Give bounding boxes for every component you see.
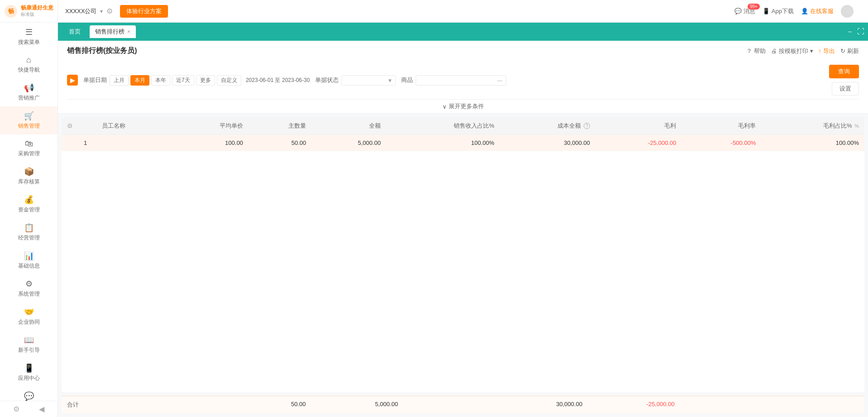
date-btn-last7[interactable]: 近7天 [172, 75, 194, 86]
status-filter-group: 单据状态 ▾ [315, 75, 396, 86]
help-btn[interactable]: ？ 帮助 [746, 47, 766, 55]
date-btn-custom[interactable]: 自定义 [217, 75, 241, 86]
tab-maximize-btn[interactable]: ⛶ [857, 28, 864, 36]
sidebar-item-purchase[interactable]: 🛍 采购管理 [0, 134, 58, 162]
trial-btn[interactable]: 体验行业方案 [120, 5, 168, 18]
sidebar-item-wechat[interactable]: 💬 企业微信 [0, 387, 58, 401]
sidebar-item-label: 搜索菜单 [18, 38, 40, 46]
print-label: 按模板打印 [779, 47, 808, 55]
grosspct-icon[interactable]: % [854, 123, 859, 129]
sidebar-item-enterprise[interactable]: 🤝 企业协同 [0, 302, 58, 331]
td-cost: 30,000.00 [500, 135, 595, 151]
filter-row: ▶ 单据日期 上月 本月 本年 近7天 更多 自定义 2023-06-01 至 … [67, 61, 859, 99]
avatar[interactable] [841, 5, 854, 18]
sidebar-item-label: 新手引导 [18, 346, 40, 354]
message-btn[interactable]: 💬 消息 99+ [734, 7, 755, 15]
sidebar-item-inventory[interactable]: 📦 库存核算 [0, 162, 58, 190]
table-row: 1 100.00 50.00 5,000.00 100.00% 30,000.0… [62, 135, 864, 151]
company-selector[interactable]: XXXXX公司 ▾ [65, 7, 103, 15]
sidebar-item-appcenter[interactable]: 📱 应用中心 [0, 359, 58, 387]
date-btn-last-month[interactable]: 上月 [110, 75, 129, 86]
status-select[interactable]: ▾ [341, 75, 396, 86]
query-btn[interactable]: 查询 [829, 65, 859, 78]
sidebar-logo: 畅 畅康通好生意 标准版 [0, 0, 58, 23]
enterprise-icon: 🤝 [24, 307, 34, 317]
goods-filter-label: 商品 [401, 76, 413, 84]
sidebar-collapse-btn[interactable]: ◀ [39, 405, 44, 413]
th-cost: 成本全额 ? [500, 117, 595, 135]
footer-gross-profit: -25,000.00 [582, 401, 675, 409]
goods-more-icon: ··· [497, 77, 502, 84]
th-sales-pct: 销售收入占比% [386, 117, 500, 135]
wechat-icon: 💬 [24, 391, 34, 401]
app-download-btn[interactable]: 📱 App下载 [762, 7, 794, 15]
filter-expand-btn[interactable]: ▶ [67, 75, 78, 86]
logo-title: 畅康通好生意 [21, 5, 53, 12]
sidebar-item-label: 基础信息 [18, 262, 40, 270]
th-gross-profit: 毛利 [595, 117, 681, 135]
refresh-btn[interactable]: ↻ 刷新 [840, 47, 859, 55]
export-btn[interactable]: ↑ 导出 [819, 47, 835, 55]
th-gross-pct: 毛利占比% % [761, 117, 864, 135]
date-btn-more[interactable]: 更多 [196, 75, 215, 86]
sidebar: 畅 畅康通好生意 标准版 ☰ 搜索菜单 ⌂ 快捷导航 📢 营销推广 🛒 销售管理… [0, 0, 58, 417]
column-settings-icon[interactable]: ⚙ [67, 122, 73, 129]
sidebar-item-newbie[interactable]: 📖 新手引导 [0, 331, 58, 359]
topbar: XXXXX公司 ▾ ⚙ 体验行业方案 💬 消息 99+ 📱 App下载 👤 在线… [58, 0, 868, 23]
settings-btn[interactable]: 设置 [832, 82, 859, 96]
basicinfo-icon: 📊 [24, 251, 34, 261]
footer-cost: 30,000.00 [490, 401, 583, 409]
data-table: ⚙ 员工名称 平均单价 主数量 全额 销售收入占比% 成本全额 ? 毛利 [62, 117, 864, 151]
tab-close-icon[interactable]: × [127, 29, 130, 35]
appcenter-icon: 📱 [24, 363, 34, 373]
td-settings [62, 135, 78, 151]
sidebar-nav: ☰ 搜索菜单 ⌂ 快捷导航 📢 营销推广 🛒 销售管理 🛍 采购管理 📦 库存核… [0, 23, 58, 401]
date-btn-this-month[interactable]: 本月 [130, 75, 149, 86]
operations-icon: 📋 [24, 223, 34, 233]
sidebar-item-finance[interactable]: 💰 资金管理 [0, 190, 58, 218]
print-btn[interactable]: 🖨 按模板打印 ▾ [771, 47, 813, 55]
th-quantity: 主数量 [249, 117, 312, 135]
expand-more-row[interactable]: ∨ 展开更多条件 [67, 99, 859, 113]
footer-sales-pct [398, 401, 490, 409]
help-icon: ？ [746, 47, 752, 55]
sidebar-item-system[interactable]: ⚙ 系统管理 [0, 274, 58, 302]
sidebar-item-marketing[interactable]: 📢 营销推广 [0, 78, 58, 106]
sidebar-item-label: 销售管理 [18, 122, 40, 130]
date-btn-this-year[interactable]: 本年 [151, 75, 170, 86]
tab-minimize-btn[interactable]: － [846, 27, 854, 37]
th-employee: 员工名称 [96, 117, 173, 135]
td-gross-profit: -25,000.00 [595, 135, 681, 151]
sidebar-item-quicknav[interactable]: ⌂ 快捷导航 [0, 51, 58, 78]
sidebar-item-label: 库存核算 [18, 178, 40, 186]
message-icon: 💬 [734, 8, 742, 14]
chevron-down-icon: ∨ [442, 103, 447, 110]
sidebar-settings-btn[interactable]: ⚙ [13, 405, 19, 413]
refresh-label: 刷新 [847, 47, 859, 55]
td-employee [96, 135, 173, 151]
svg-text:畅: 畅 [8, 8, 14, 14]
th-settings: ⚙ [62, 117, 78, 135]
tab-home[interactable]: 首页 [62, 23, 88, 41]
td-quantity: 50.00 [249, 135, 312, 151]
sidebar-item-operations[interactable]: 📋 经营管理 [0, 218, 58, 246]
page-title: 销售排行榜(按业务员) [67, 46, 137, 56]
sidebar-item-basic[interactable]: 📊 基础信息 [0, 246, 58, 274]
th-rank [78, 117, 96, 135]
td-amount: 5,000.00 [312, 135, 386, 151]
td-avg-price: 100.00 [173, 135, 249, 151]
marketing-icon: 📢 [24, 83, 34, 93]
sidebar-item-label: 采购管理 [18, 150, 40, 158]
app-label: App下载 [772, 7, 794, 15]
sidebar-item-label: 应用中心 [18, 374, 40, 382]
cost-help-icon[interactable]: ? [584, 123, 590, 129]
footer-avg-price [121, 401, 214, 409]
sidebar-item-sales[interactable]: 🛒 销售管理 [0, 106, 58, 134]
chevron-down-icon: ▾ [100, 8, 103, 14]
goods-input[interactable]: ··· [416, 75, 506, 86]
online-service-btn[interactable]: 👤 在线客服 [801, 7, 834, 15]
topbar-settings-icon[interactable]: ⚙ [106, 7, 113, 15]
tab-sales-ranking[interactable]: 销售排行榜 × [90, 25, 136, 38]
sidebar-item-search[interactable]: ☰ 搜索菜单 [0, 23, 58, 51]
sidebar-item-label: 企业协同 [18, 318, 40, 326]
